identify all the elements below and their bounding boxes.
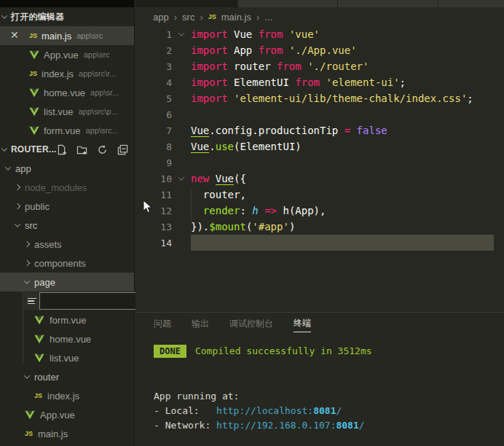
code-token: Vue	[228, 28, 259, 40]
code-line-2[interactable]: 2import App from './App.vue'	[135, 42, 504, 58]
tree-item-home.vue[interactable]: home.vue	[0, 329, 134, 348]
tree-item-public[interactable]: public	[0, 197, 134, 216]
terminal-line	[154, 374, 504, 388]
code-line-12[interactable]: 12 render: h => h(App),	[135, 203, 504, 219]
tree-item-App.vue[interactable]: App.vue	[0, 405, 134, 424]
tree-item-node_modules[interactable]: node_modules	[0, 178, 134, 197]
terminal-token: 8081	[336, 420, 358, 431]
code-text: Vue.use(ElementUI)	[191, 141, 302, 152]
open-editor-path: app\sr...	[90, 88, 119, 97]
code-token: ;	[400, 77, 406, 88]
editor-tab-strip[interactable]	[135, 0, 504, 7]
breadcrumb-item-src[interactable]: src	[182, 12, 194, 23]
terminal-line	[154, 359, 504, 374]
open-editor-path: app\src\r...	[79, 69, 116, 78]
tree-item-main.js[interactable]: JSmain.js	[0, 424, 134, 443]
refresh-icon[interactable]	[97, 144, 108, 155]
code-line-14[interactable]: 14	[135, 235, 504, 251]
tab-output[interactable]: 输出	[192, 318, 209, 332]
code-token: from	[295, 77, 320, 88]
code-line-13[interactable]: 13}).$mount('#app')	[135, 219, 504, 235]
breadcrumb-separator: ›	[174, 12, 177, 23]
tab-debug-console[interactable]: 调试控制台	[229, 318, 273, 332]
new-folder-icon[interactable]	[76, 144, 87, 155]
fold-chevron-icon[interactable]	[178, 30, 184, 36]
code-token	[283, 44, 288, 56]
tree-item-label: form.vue	[50, 315, 87, 326]
tree-item-page[interactable]: page	[0, 273, 134, 292]
open-editor-item-main.js[interactable]: ✕JSmain.jsapp\src	[0, 26, 134, 45]
open-editor-item-home.vue[interactable]: home.vueapp\sr...	[0, 83, 134, 102]
vue-file-icon	[34, 316, 44, 325]
vue-file-icon	[29, 50, 39, 60]
line-number: 5	[135, 93, 172, 104]
tree-item-app[interactable]: app	[0, 159, 134, 178]
code-token: from	[277, 60, 302, 72]
code-line-10[interactable]: 10new Vue({	[135, 171, 504, 187]
code-token: router	[228, 60, 277, 72]
code-line-3[interactable]: 3import router from './router'	[135, 58, 504, 74]
open-editor-item-index.js[interactable]: JSindex.jsapp\src\r...	[0, 64, 134, 83]
code-line-9[interactable]: 9	[135, 154, 504, 171]
tab-divider	[337, 0, 338, 7]
code-token: use	[216, 141, 234, 152]
explorer-section-header[interactable]: ROUTER...	[0, 140, 134, 159]
code-line-4[interactable]: 4import ElementUI from 'element-ui';	[135, 74, 504, 90]
close-icon[interactable]: ✕	[10, 29, 19, 41]
open-editor-item-App.vue[interactable]: App.vueapp\src	[0, 45, 134, 64]
terminal-line: - Local: http://localhost:8081/	[154, 403, 504, 418]
open-editor-item-form.vue[interactable]: form.vueapp\src...	[0, 121, 134, 140]
code-line-8[interactable]: 8Vue.use(ElementUI)	[135, 138, 504, 154]
tab-terminal[interactable]: 终端	[294, 317, 311, 332]
open-editor-filename: list.vue	[44, 106, 73, 117]
breadcrumb-item-app[interactable]: app	[153, 12, 169, 23]
code-token: ;	[467, 93, 473, 104]
vscode-window: 打开的编辑器 ✕JSmain.jsapp\srcApp.vueapp\srcJS…	[0, 0, 504, 446]
code-token: '#app'	[252, 221, 289, 232]
tree-item-form.vue[interactable]: form.vue	[0, 310, 134, 329]
code-token: =	[344, 125, 350, 136]
tree-item-label: main.js	[38, 429, 68, 439]
tree-item-assets[interactable]: assets	[0, 235, 134, 254]
code-text: render: h => h(App),	[191, 205, 326, 216]
explorer-actions	[56, 144, 133, 155]
line-number: 11	[135, 189, 172, 200]
collapse-all-icon[interactable]	[117, 144, 128, 155]
code-token: )	[289, 221, 295, 232]
fold-chevron-icon[interactable]	[178, 174, 184, 180]
code-line-11[interactable]: 11 router,	[135, 187, 504, 203]
new-file-icon[interactable]	[56, 144, 67, 155]
tree-item-index.js[interactable]: JSindex.js	[0, 386, 134, 405]
tree-item-components[interactable]: components	[0, 254, 134, 273]
vue-file-icon	[29, 126, 39, 136]
sidebar: 打开的编辑器 ✕JSmain.jsapp\srcApp.vueapp\srcJS…	[0, 0, 135, 446]
code-text: import router from './router'	[191, 60, 369, 72]
code-token: './App.vue'	[289, 44, 357, 56]
code-line-7[interactable]: 7Vue.config.productionTip = false	[135, 122, 504, 138]
tree-item-list.vue[interactable]: list.vue	[0, 348, 134, 367]
active-tab-stub	[135, 0, 237, 7]
terminal-output[interactable]: DONECompiled successfully in 3512msApp r…	[135, 337, 504, 432]
code-line-5[interactable]: 5import 'element-ui/lib/theme-chalk/inde…	[135, 90, 504, 106]
tree-item-src[interactable]: src	[0, 216, 134, 235]
breadcrumb: app › src › JS main.js › ...	[135, 7, 504, 26]
panel-tab-bar: 问题 输出 调试控制台 终端	[135, 313, 504, 337]
chevron-down-icon	[5, 164, 11, 170]
chevron-down-icon	[1, 145, 7, 151]
code-editor[interactable]: 1import Vue from 'vue'2import App from '…	[135, 26, 504, 251]
code-token: 'element-ui/lib/theme-chalk/index.css'	[234, 93, 467, 104]
tree-item-router[interactable]: router	[0, 367, 134, 386]
open-editors-section-header[interactable]: 打开的编辑器	[0, 7, 134, 26]
code-token	[191, 205, 203, 216]
breadcrumb-item-symbol[interactable]: ...	[264, 12, 272, 23]
open-editor-item-list.vue[interactable]: list.vueapp\src\p...	[0, 102, 134, 121]
tab-problems[interactable]: 问题	[154, 318, 171, 332]
code-token	[283, 28, 288, 40]
open-editor-path: app\src	[84, 50, 110, 59]
code-line-1[interactable]: 1import Vue from 'vue'	[135, 26, 504, 42]
breadcrumb-item-file[interactable]: main.js	[221, 12, 251, 23]
code-line-6[interactable]: 6	[135, 106, 504, 122]
tree-item-.gitignore[interactable]: .gitignore	[0, 443, 134, 446]
breadcrumb-separator: ›	[200, 12, 202, 23]
breadcrumb-separator: ›	[256, 12, 259, 23]
